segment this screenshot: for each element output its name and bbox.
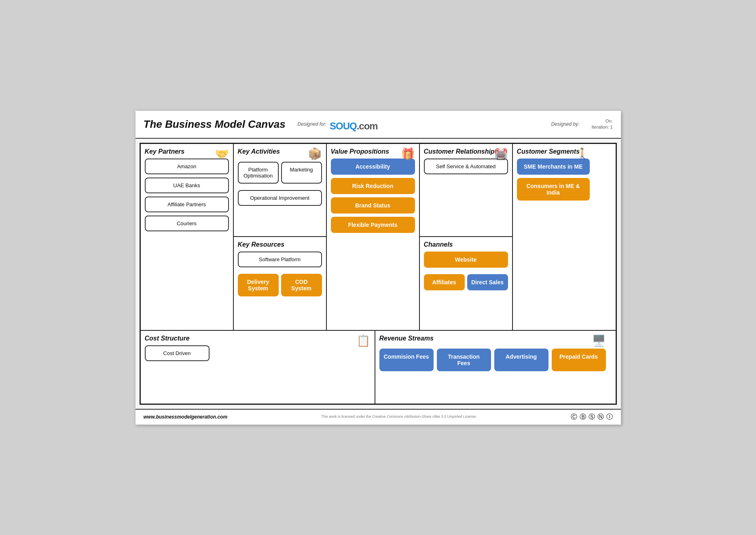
list-item: Operational Improvement (238, 190, 322, 206)
list-item: Risk Reduction (331, 178, 415, 194)
customer-segments-icon: 🚶 (576, 147, 590, 161)
channels-title: Channels (424, 241, 508, 248)
revenue-cards: Commision Fees Transaction Fees Advertis… (379, 345, 606, 374)
key-partners-icon: 🤝 (215, 147, 229, 161)
list-item: Transaction Fees (437, 349, 491, 371)
canvas-top: Key Partners 🤝 Amazon UAE Banks Affiliat… (141, 144, 616, 331)
cost-structure-icon: 📋 (356, 334, 371, 347)
key-partners-section: Key Partners 🤝 Amazon UAE Banks Affiliat… (141, 144, 234, 330)
page-wrapper: The Business Model Canvas Designed for: … (136, 111, 621, 425)
list-item: SME Merchants in ME (517, 159, 590, 175)
header: The Business Model Canvas Designed for: … (136, 111, 621, 139)
key-resources-title: Key Resources (238, 241, 322, 248)
list-item: Marketing (281, 162, 322, 184)
footer-icons: Ⓒ Ⓑ Ⓢ Ⓝ Ⓘ (571, 413, 613, 421)
cc-info-icon: Ⓘ (606, 413, 613, 421)
key-activities-cards: Platform Optimisation Marketing (238, 159, 322, 187)
footer-url: www.businessmodelgeneration.com (144, 414, 228, 420)
key-resources-section: Key Resources 📦 Software Platform Delive… (234, 237, 326, 330)
list-item: Affiliates (424, 274, 465, 290)
list-item: Advertising (494, 349, 548, 371)
canvas-bottom: Cost Structure 📋 Cost Driven Revenue Str… (141, 331, 616, 404)
channels-section: Channels 🖨️ Website Affiliates Direct Sa… (420, 237, 512, 330)
designed-for-label: Designed for: (298, 121, 326, 127)
list-item: Prepaid Cards (552, 349, 606, 371)
list-item: Accessibility (331, 159, 415, 175)
list-item: Amazon (145, 159, 229, 174)
revenue-streams-section: Revenue Streams 🖥️ Commision Fees Transa… (375, 331, 610, 404)
cc-sa-icon: Ⓢ (589, 413, 595, 421)
cost-structure-section: Cost Structure 📋 Cost Driven (141, 331, 375, 404)
key-activities-section: Key Activities 🏃 Platform Optimisation M… (234, 144, 327, 330)
list-item: Brand Status (331, 197, 415, 214)
page-title: The Business Model Canvas (144, 118, 286, 131)
list-item: Cost Driven (145, 345, 210, 361)
footer: www.businessmodelgeneration.com This wor… (136, 409, 621, 425)
list-item: Couriers (145, 216, 229, 231)
cc-by-icon: Ⓑ (580, 413, 586, 421)
list-item: Affiliate Partners (145, 197, 229, 212)
list-item: Delivery System (238, 274, 279, 296)
list-item: Consumers in ME & India (517, 178, 590, 201)
customer-relationships-section: Customer Relationships ❤️ Self Service &… (420, 144, 513, 330)
list-item: Platform Optimisation (238, 162, 279, 184)
designed-by-label: Designed by: (551, 121, 579, 127)
list-item: UAE Banks (145, 178, 229, 193)
list-item: COD System (281, 274, 322, 296)
souq-logo: SOUQ.com (330, 116, 378, 133)
footer-license: This work is licensed under the Creative… (321, 414, 477, 419)
on-section: On: Iteration: 1 (592, 118, 613, 131)
list-item: Commision Fees (379, 349, 434, 371)
list-item: Self Service & Automated (424, 159, 508, 174)
revenue-streams-title: Revenue Streams (379, 335, 606, 342)
cost-structure-title: Cost Structure (145, 335, 371, 342)
list-item: Website (424, 252, 508, 268)
list-item: Direct Sales (467, 274, 508, 290)
cc-icon: Ⓒ (571, 413, 577, 421)
value-propositions-icon: 🎁 (401, 147, 415, 161)
customer-segments-section: Customer Segments 🚶 SME Merchants in ME … (513, 144, 594, 330)
key-resources-icon: 📦 (308, 147, 322, 161)
cc-nc-icon: Ⓝ (597, 413, 604, 421)
canvas: Key Partners 🤝 Amazon UAE Banks Affiliat… (140, 143, 617, 405)
channels-icon: 🖨️ (494, 147, 508, 161)
revenue-streams-icon: 🖥️ (592, 334, 606, 347)
list-item: Flexible Payments (331, 217, 415, 233)
list-item: Software Platform (238, 252, 322, 267)
channels-bottom-cards: Affiliates Direct Sales (424, 271, 508, 294)
value-propositions-section: Value Propositions 🎁 Accessibility Risk … (327, 144, 420, 330)
key-resources-orange-cards: Delivery System COD System (238, 271, 322, 300)
